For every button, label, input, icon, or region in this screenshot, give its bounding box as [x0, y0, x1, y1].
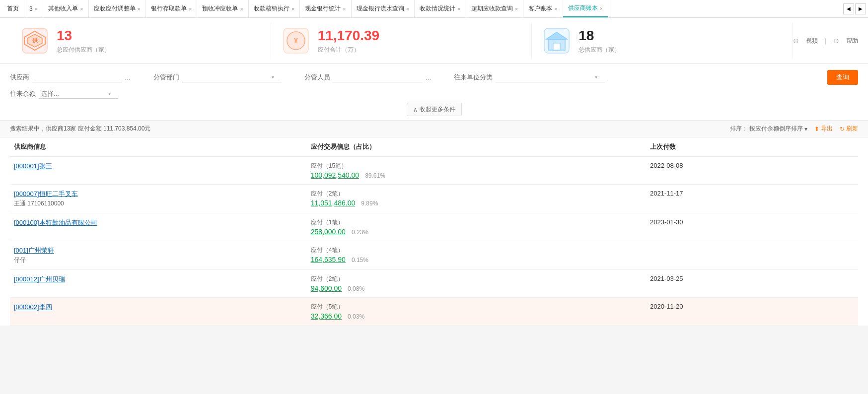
- transaction-cell-0: 应付（15笔）100,092,540.0089.61%: [307, 157, 646, 185]
- nav-tab-ar-adjust[interactable]: 应收应付调整单 ×: [89, 0, 146, 17]
- supplier-link-4[interactable]: [000012]广州贝瑞: [14, 275, 65, 283]
- nav-tab-3[interactable]: 3 ×: [24, 0, 43, 17]
- trans-amount-0[interactable]: 100,092,540.0089.61%: [311, 171, 642, 179]
- nav-tab-prepay-offset[interactable]: 预收冲应收单 ×: [197, 0, 248, 17]
- nav-tab-cash-bank-flow-close[interactable]: ×: [406, 6, 409, 12]
- nav-tab-collection-stat-close[interactable]: ×: [457, 6, 460, 12]
- collapse-button[interactable]: ∧ 收起更多条件: [407, 103, 462, 116]
- refresh-icon: ↻: [840, 126, 845, 132]
- supplier-link-1[interactable]: [000007]恒旺二手叉车: [14, 190, 78, 197]
- export-button[interactable]: ⬆ 导出: [814, 125, 833, 133]
- sort-label: 排序：: [730, 125, 748, 133]
- filter-category: 往来单位分类 ▾: [454, 72, 605, 82]
- nav-tab-customer-account-close[interactable]: ×: [554, 6, 557, 12]
- dept-dropdown-icon[interactable]: ▾: [272, 74, 274, 80]
- nav-tab-cash-bank-stat[interactable]: 现金银行统计 ×: [300, 0, 351, 17]
- nav-tab-prepay-offset-label: 预收冲应收单: [202, 4, 238, 13]
- trans-amount-2[interactable]: 258,000.000.23%: [311, 228, 642, 236]
- summary-info-payable: 11,170.39 应付合计（万）: [318, 28, 380, 54]
- nav-tab-other-income-close[interactable]: ×: [80, 6, 83, 12]
- amount-link-4[interactable]: 94,600.00: [311, 284, 342, 292]
- nav-tab-3-close[interactable]: ×: [35, 6, 38, 12]
- percent-5: 0.03%: [348, 313, 364, 320]
- lastpay-date-4: 2021-03-25: [650, 275, 683, 282]
- supplier-link-0[interactable]: [000001]张三: [14, 162, 52, 170]
- balance-filter-input[interactable]: [39, 89, 108, 98]
- trans-amount-3[interactable]: 164,635.900.15%: [311, 256, 642, 263]
- trans-info-4: 应付（2笔）: [311, 275, 642, 283]
- amount-link-1[interactable]: 11,051,486.00: [311, 199, 356, 207]
- supplier-cell-3: [001]广州荣轩仔仔: [10, 241, 307, 270]
- nav-tab-cash-bank-stat-close[interactable]: ×: [343, 6, 346, 12]
- amount-link-3[interactable]: 164,635.90: [311, 256, 346, 263]
- supplier-filter-label: 供应商: [10, 73, 29, 82]
- nav-tab-collection-exec[interactable]: 收款核销执行 ×: [249, 0, 300, 17]
- category-filter-input[interactable]: [496, 72, 595, 82]
- trans-amount-1[interactable]: 11,051,486.009.89%: [311, 199, 642, 207]
- transaction-cell-2: 应付（1笔）258,000.000.23%: [307, 213, 646, 241]
- nav-tab-other-income[interactable]: 其他收入单 ×: [43, 0, 88, 17]
- nav-tab-supplier-account[interactable]: 供应商账本 ×: [563, 0, 608, 17]
- summary-card-payable: ¥ 11,170.39 应付合计（万）: [271, 23, 532, 59]
- transaction-cell-4: 应付（2笔）94,600.000.08%: [307, 270, 646, 298]
- lastpay-date-1: 2021-11-17: [650, 190, 683, 197]
- nav-tab-overdue-query-close[interactable]: ×: [515, 6, 518, 12]
- supplier-link-5[interactable]: [000002]李四: [14, 303, 52, 311]
- header-supplier: 供应商信息: [10, 137, 307, 157]
- nav-arrow-left[interactable]: ◀: [843, 3, 854, 14]
- video-link[interactable]: 视频: [806, 37, 818, 45]
- percent-2: 0.23%: [352, 229, 368, 236]
- help-link[interactable]: 帮助: [846, 37, 858, 45]
- nav-tab-supplier-account-close[interactable]: ×: [600, 5, 603, 11]
- refresh-button[interactable]: ↻ 刷新: [840, 125, 858, 133]
- summary-card-total-suppliers: 18 总供应商（家）: [532, 23, 793, 59]
- filter-balance: 往来余额 ▾: [10, 89, 118, 99]
- table-row: [000007]恒旺二手叉车王通 17106110000应付（2笔）11,051…: [10, 185, 858, 213]
- total-payable-amount-label: 应付合计（万）: [318, 46, 380, 54]
- nav-arrow-right[interactable]: ▶: [855, 3, 866, 14]
- nav-tab-overdue-query[interactable]: 超期应收款查询 ×: [466, 0, 523, 17]
- nav-tab-home[interactable]: 首页: [2, 0, 24, 17]
- nav-tab-ar-adjust-close[interactable]: ×: [138, 6, 141, 12]
- lastpay-cell-4: 2021-03-25: [646, 270, 858, 298]
- sort-selector[interactable]: 排序： 按应付余额倒序排序 ▾: [730, 125, 807, 133]
- nav-tab-cash-bank-flow[interactable]: 现金银行流水查询 ×: [352, 0, 415, 17]
- nav-tab-collection-stat[interactable]: 收款情况统计 ×: [415, 0, 466, 17]
- query-button[interactable]: 查询: [827, 70, 858, 85]
- collapse-icon: ∧: [413, 106, 418, 113]
- category-dropdown-icon[interactable]: ▾: [595, 74, 597, 80]
- supplier-cell-2: [000100]本特勤油品有限公司: [10, 213, 307, 241]
- table-row: [001]广州荣轩仔仔应付（4笔）164,635.900.15%: [10, 241, 858, 270]
- supplier-link-2[interactable]: [000100]本特勤油品有限公司: [14, 219, 97, 226]
- supplier-sub-1: 王通 17106110000: [14, 199, 303, 208]
- supplier-cell-4: [000012]广州贝瑞: [10, 270, 307, 298]
- supplier-filter-dots[interactable]: ...: [125, 73, 131, 81]
- supplier-link-3[interactable]: [001]广州荣轩: [14, 247, 54, 254]
- nav-tab-cash-bank-flow-label: 现金银行流水查询: [357, 4, 404, 13]
- supplier-icon: 供: [20, 26, 50, 56]
- results-actions: 排序： 按应付余额倒序排序 ▾ ⬆ 导出 ↻ 刷新: [730, 125, 858, 133]
- nav-tab-bank-deposit-close[interactable]: ×: [189, 6, 192, 12]
- trans-amount-4[interactable]: 94,600.000.08%: [311, 284, 642, 292]
- nav-tab-bank-deposit[interactable]: 银行存取款单 ×: [146, 0, 197, 17]
- percent-1: 9.89%: [361, 200, 378, 207]
- person-filter-input[interactable]: [333, 72, 423, 82]
- dept-filter-input[interactable]: [182, 72, 272, 82]
- amount-link-0[interactable]: 100,092,540.00: [311, 171, 359, 179]
- trans-amount-5[interactable]: 32,366.000.03%: [311, 312, 642, 320]
- transaction-cell-3: 应付（4笔）164,635.900.15%: [307, 241, 646, 270]
- supplier-filter-input[interactable]: [32, 72, 122, 82]
- amount-link-5[interactable]: 32,366.00: [311, 312, 342, 320]
- table-row: [000012]广州贝瑞应付（2笔）94,600.000.08%2021-03-…: [10, 270, 858, 298]
- nav-tab-prepay-offset-close[interactable]: ×: [240, 6, 243, 12]
- help-circle-icon: ⊙: [833, 37, 839, 45]
- nav-tab-customer-account[interactable]: 客户账本 ×: [523, 0, 563, 17]
- transaction-cell-1: 应付（2笔）11,051,486.009.89%: [307, 185, 646, 213]
- nav-tab-collection-exec-close[interactable]: ×: [291, 6, 294, 12]
- balance-dropdown-icon[interactable]: ▾: [108, 91, 111, 96]
- header-lastpay: 上次付数: [646, 137, 858, 157]
- person-filter-dots[interactable]: ...: [426, 73, 432, 81]
- amount-link-2[interactable]: 258,000.00: [311, 228, 346, 236]
- nav-tab-collection-exec-label: 收款核销执行: [254, 4, 289, 13]
- summary-actions: ⊙ 视频 | ⊙ 帮助: [793, 37, 858, 45]
